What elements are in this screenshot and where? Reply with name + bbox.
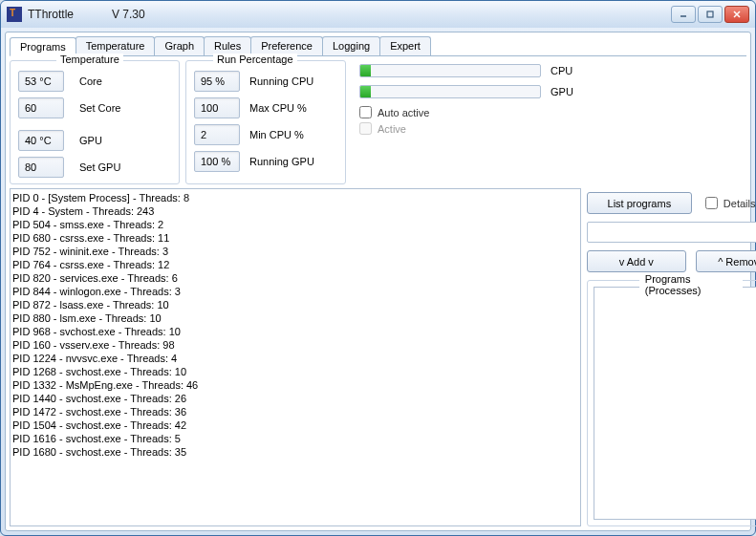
minimize-button[interactable] xyxy=(671,6,696,23)
window-controls xyxy=(671,6,749,23)
auto-active-checkbox[interactable] xyxy=(359,106,372,118)
run-legend: Run Percentage xyxy=(213,54,297,65)
programs-group: Programs (Processes) xyxy=(587,280,756,526)
process-list[interactable]: PID 0 - [System Process] - Threads: 8PID… xyxy=(10,188,581,526)
process-row[interactable]: PID 4 - System - Threads: 243 xyxy=(12,204,578,218)
min-cpu-input[interactable] xyxy=(194,124,240,145)
tab-temperature[interactable]: Temperature xyxy=(76,36,156,55)
process-row[interactable]: PID 1472 - svchost.exe - Threads: 36 xyxy=(12,405,578,418)
gpu-progress xyxy=(359,85,541,98)
running-cpu-label: Running CPU xyxy=(249,75,313,87)
run-percentage-group: Run Percentage Running CPU Max CPU % xyxy=(185,60,346,184)
maximize-icon xyxy=(705,10,715,19)
process-row[interactable]: PID 1268 - svchost.exe - Threads: 10 xyxy=(12,365,578,378)
maximize-button[interactable] xyxy=(698,6,723,23)
process-row[interactable]: PID 968 - svchost.exe - Threads: 10 xyxy=(12,325,578,338)
temperature-legend: Temperature xyxy=(56,54,123,65)
running-cpu-input[interactable] xyxy=(194,71,240,92)
process-row[interactable]: PID 1332 - MsMpEng.exe - Threads: 46 xyxy=(12,378,578,392)
min-cpu-label: Min CPU % xyxy=(249,129,304,140)
set-gpu-label: Set GPU xyxy=(79,161,120,173)
process-row[interactable]: PID 844 - winlogon.exe - Threads: 3 xyxy=(12,285,578,298)
close-button[interactable] xyxy=(724,6,749,23)
list-programs-button[interactable]: List programs xyxy=(587,192,692,214)
details-label: Details xyxy=(724,198,756,209)
process-row[interactable]: PID 872 - lsass.exe - Threads: 10 xyxy=(12,298,578,311)
active-checkbox xyxy=(359,122,372,135)
process-row[interactable]: PID 1680 - svchost.exe - Threads: 35 xyxy=(12,445,578,459)
process-row[interactable]: PID 880 - lsm.exe - Threads: 10 xyxy=(12,311,578,325)
process-list-container: PID 0 - [System Process] - Threads: 8PID… xyxy=(10,188,581,526)
top-row: Temperature Core Set Core xyxy=(10,60,581,184)
tab-graph[interactable]: Graph xyxy=(154,36,205,55)
process-row[interactable]: PID 764 - csrss.exe - Threads: 12 xyxy=(12,258,578,271)
set-core-label: Set Core xyxy=(79,102,120,114)
process-row[interactable]: PID 820 - services.exe - Threads: 6 xyxy=(12,271,578,285)
core-temp-input[interactable] xyxy=(18,71,64,92)
max-cpu-label: Max CPU % xyxy=(249,102,307,114)
gpu-temp-input[interactable] xyxy=(18,130,64,151)
running-gpu-label: Running GPU xyxy=(249,156,314,167)
main-window: TThrottle V 7.30 Programs Temperature Gr… xyxy=(0,0,756,536)
temperature-group: Temperature Core Set Core xyxy=(10,60,180,184)
window-title: TThrottle xyxy=(28,8,74,21)
gpu-bar-label: GPU xyxy=(551,86,573,97)
client-area: Programs Temperature Graph Rules Prefere… xyxy=(5,32,751,531)
running-gpu-input[interactable] xyxy=(194,151,240,172)
close-icon xyxy=(732,10,742,19)
auto-active-label: Auto active xyxy=(378,107,429,118)
process-row[interactable]: PID 752 - wininit.exe - Threads: 3 xyxy=(12,245,578,258)
minimize-icon xyxy=(679,10,688,19)
tab-logging[interactable]: Logging xyxy=(322,36,380,55)
gpu-label: GPU xyxy=(79,135,102,146)
programs-listbox[interactable] xyxy=(594,287,756,520)
tab-expert[interactable]: Expert xyxy=(379,36,431,55)
process-row[interactable]: PID 504 - smss.exe - Threads: 2 xyxy=(12,218,578,231)
details-checkbox[interactable] xyxy=(705,197,718,209)
tab-preference[interactable]: Preference xyxy=(250,36,323,55)
tab-rules[interactable]: Rules xyxy=(204,36,251,55)
process-row[interactable]: PID 1504 - svchost.exe - Threads: 42 xyxy=(12,418,578,432)
process-row[interactable]: PID 1224 - nvvsvc.exe - Threads: 4 xyxy=(12,352,578,365)
add-button[interactable]: v Add v xyxy=(587,250,686,272)
titlebar: TThrottle V 7.30 xyxy=(1,1,755,28)
active-label: Active xyxy=(378,123,406,135)
core-label: Core xyxy=(79,75,102,87)
process-row[interactable]: PID 1616 - svchost.exe - Threads: 5 xyxy=(12,432,578,445)
tab-content: Temperature Core Set Core xyxy=(10,60,746,526)
remove-button[interactable]: ^ Remove ^ xyxy=(696,250,756,272)
process-row[interactable]: PID 1440 - svchost.exe - Threads: 26 xyxy=(12,392,578,405)
filter-input[interactable] xyxy=(587,222,756,243)
app-icon xyxy=(7,7,22,22)
process-row[interactable]: PID 0 - [System Process] - Threads: 8 xyxy=(12,191,578,204)
process-row[interactable]: PID 160 - vsserv.exe - Threads: 98 xyxy=(12,338,578,352)
left-column: Temperature Core Set Core xyxy=(10,60,581,526)
programs-legend: Programs (Processes) xyxy=(639,273,743,296)
right-column: List programs Details v Add v ^ Remove ^… xyxy=(587,60,756,526)
status-area: CPU GPU Auto active Active xyxy=(352,60,581,184)
process-row[interactable]: PID 680 - csrss.exe - Threads: 11 xyxy=(12,231,578,245)
set-gpu-input[interactable] xyxy=(18,157,64,178)
svg-rect-1 xyxy=(707,11,713,17)
cpu-bar-label: CPU xyxy=(551,65,572,76)
set-core-input[interactable] xyxy=(18,97,64,118)
window-version: V 7.30 xyxy=(112,8,145,21)
cpu-progress xyxy=(359,64,541,77)
max-cpu-input[interactable] xyxy=(194,97,240,118)
